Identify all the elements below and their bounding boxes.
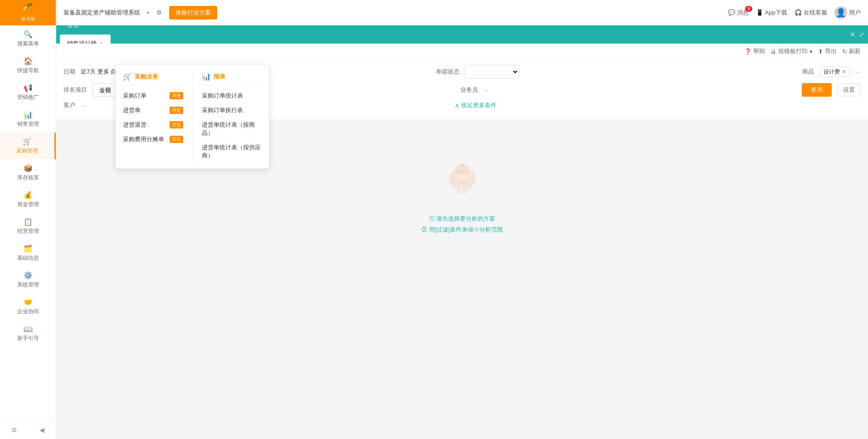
help-icon: ❓ bbox=[744, 48, 751, 55]
date-filter-label: 日期 bbox=[63, 68, 75, 76]
svg-rect-6 bbox=[449, 175, 452, 183]
svg-rect-9 bbox=[463, 188, 468, 193]
customer-more-icon[interactable]: ··· bbox=[81, 102, 86, 109]
history-badge: 历史 bbox=[170, 121, 183, 128]
purchase-col: 🛒 采购业务 采购订单 历史 进货单 历史 进货退货 历史 采购费用分摊单 历史 bbox=[116, 70, 190, 163]
purchase-menu-item[interactable]: 采购订单 历史 bbox=[119, 89, 187, 103]
message-btn[interactable]: 💬 消息 9 bbox=[728, 9, 749, 17]
empty-illustration bbox=[442, 156, 483, 206]
sidebar-item-purchase[interactable]: 🛒 采购管理 bbox=[0, 133, 56, 159]
sidebar-settings-btn[interactable]: ⚙ bbox=[11, 426, 17, 434]
report-menu-item[interactable]: 进货单统计表（按商品） bbox=[198, 118, 266, 140]
tip1-text: 请先选择要分析的方案 bbox=[436, 215, 495, 222]
sidebar-sales-label: 销售管理 bbox=[17, 120, 39, 128]
sidebar-item-ops[interactable]: 📋 经营管理 bbox=[0, 213, 56, 240]
tab-maximize-btn[interactable]: ⤢ bbox=[859, 31, 864, 38]
sidebar-marketing-label: 营销推广 bbox=[17, 94, 39, 101]
sidebar-system-label: 系统管理 bbox=[17, 281, 39, 289]
online-service-label: 在线客服 bbox=[804, 9, 827, 17]
tip1-num: ① bbox=[429, 215, 435, 222]
sidebar-item-enterprise[interactable]: 🤝 企业协同 bbox=[0, 293, 56, 320]
sidebar-sales-icon: 📊 bbox=[24, 110, 33, 119]
salesperson-label: 业务员 bbox=[460, 86, 478, 94]
purchase-col-title: 🛒 采购业务 bbox=[119, 70, 187, 86]
svg-rect-7 bbox=[472, 175, 476, 183]
message-badge: 9 bbox=[745, 6, 752, 12]
purchase-col-label: 采购业务 bbox=[135, 73, 158, 81]
sidebar-item-system[interactable]: ⚙️ 系统管理 bbox=[0, 266, 56, 293]
history-badge: 历史 bbox=[170, 92, 183, 99]
purchase-menu-item[interactable]: 采购费用分摊单 历史 bbox=[119, 132, 187, 147]
print-dropdown-icon[interactable]: ▾ bbox=[809, 48, 813, 55]
report-menu-item[interactable]: 进货单统计表（按供应商） bbox=[198, 140, 266, 163]
report-col-title: 📊 报表 bbox=[198, 70, 266, 86]
order-status-select[interactable] bbox=[465, 65, 519, 79]
sidebar-ops-icon: 📋 bbox=[24, 217, 33, 226]
sidebar-finance-icon: 💰 bbox=[24, 191, 33, 199]
history-badge: 历史 bbox=[170, 107, 183, 114]
salesperson-more-icon[interactable]: ··· bbox=[483, 87, 488, 94]
sidebar: 🍊 标准版 🔍 搜索菜单 🏠 快捷导航 📢 营销推广 📊 销售管理 🛒 采购管理… bbox=[0, 0, 56, 439]
app-download-label: App下载 bbox=[765, 9, 787, 17]
tab-home[interactable]: 首页 bbox=[60, 16, 111, 35]
sidebar-system-icon: ⚙️ bbox=[24, 271, 33, 280]
user-label: 用户 bbox=[849, 9, 861, 17]
export-btn[interactable]: ⬆ 导出 bbox=[818, 47, 837, 55]
menu-item-label: 采购订单执行表 bbox=[202, 106, 262, 114]
sidebar-collapse-btn[interactable]: ◀ bbox=[39, 426, 44, 434]
online-service-btn[interactable]: 🎧 在线客服 bbox=[795, 9, 827, 17]
sidebar-item-basic[interactable]: 🗂️ 基础信息 bbox=[0, 240, 56, 266]
user-avatar-btn[interactable]: 👤 用户 bbox=[834, 6, 861, 19]
topbar-dropdown-icon[interactable]: ▾ bbox=[146, 10, 149, 16]
content-area: ❓ 帮助 🖨 按模板打印 ▾ ⬆ 导出 ↻ 刷新 bbox=[56, 44, 868, 439]
topbar-settings-icon[interactable]: ⚙ bbox=[156, 9, 162, 16]
report-menu-item[interactable]: 采购订单执行表 bbox=[198, 103, 266, 118]
sidebar-search-icon: 🔍 bbox=[24, 30, 33, 39]
purchase-col-icon: 🛒 bbox=[123, 72, 132, 81]
headset-icon: 🎧 bbox=[795, 9, 802, 16]
history-badge: 历史 bbox=[170, 136, 183, 143]
sidebar-inventory-label: 库存核算 bbox=[17, 174, 39, 182]
goods-more-icon[interactable]: ··· bbox=[856, 69, 861, 75]
tip2-num: ② bbox=[421, 226, 427, 233]
sidebar-item-guide[interactable]: 📖 新手引导 bbox=[0, 320, 56, 347]
print-btn[interactable]: 🖨 按模板打印 ▾ bbox=[770, 47, 813, 55]
logo-icon: 🍊 bbox=[22, 3, 34, 15]
tab-close-btn[interactable]: ✕ bbox=[850, 31, 855, 38]
menu-item-label: 进货单统计表（按商品） bbox=[202, 121, 262, 137]
settings-btn[interactable]: 设置 bbox=[837, 84, 861, 96]
sidebar-item-finance[interactable]: 💰 资金管理 bbox=[0, 186, 56, 213]
sidebar-item-marketing[interactable]: 📢 营销推广 bbox=[0, 79, 56, 106]
tab-home-label: 首页 bbox=[67, 21, 79, 30]
collapse-btn[interactable]: ∧ 收起更多条件 bbox=[455, 101, 497, 109]
sidebar-item-search[interactable]: 🔍 搜索菜单 bbox=[0, 25, 56, 52]
menu-item-label: 采购订单 bbox=[123, 92, 167, 100]
purchase-menu-item[interactable]: 进货单 历史 bbox=[119, 103, 187, 118]
purchase-menu-item[interactable]: 进货退货 历史 bbox=[119, 118, 187, 132]
goods-tag-text: 设计费 bbox=[824, 68, 840, 76]
customer-label: 客户 bbox=[63, 101, 75, 109]
sidebar-item-inventory[interactable]: 📦 库存核算 bbox=[0, 159, 56, 186]
menu-item-label: 进货单统计表（按供应商） bbox=[202, 143, 262, 160]
app-download-btn[interactable]: 📱 App下载 bbox=[756, 9, 787, 17]
collapse-icon: ∧ bbox=[455, 102, 459, 109]
empty-tip-2: ② 用[过滤]条件来缩小分析范围 bbox=[421, 226, 503, 234]
main-area: 装备及固定资产辅助管理系统 ▾ ⚙ 体验行业方案 💬 消息 9 📱 App下载 … bbox=[56, 0, 868, 439]
menu-item-label: 进货退货 bbox=[123, 121, 167, 129]
order-status-label: 单据状态 bbox=[436, 68, 459, 76]
report-col-icon: 📊 bbox=[202, 72, 211, 81]
query-btn[interactable]: 查询 bbox=[802, 83, 832, 97]
report-menu-item[interactable]: 采购订单统计表 bbox=[198, 89, 266, 103]
refresh-btn[interactable]: ↻ 刷新 bbox=[842, 47, 861, 55]
svg-point-2 bbox=[460, 163, 464, 167]
message-icon: 💬 bbox=[728, 9, 735, 16]
sidebar-item-quick_nav[interactable]: 🏠 快捷导航 bbox=[0, 52, 56, 79]
sidebar-footer: ⚙ ◀ bbox=[0, 420, 56, 439]
sidebar-item-sales[interactable]: 📊 销售管理 bbox=[0, 106, 56, 133]
industry-btn[interactable]: 体验行业方案 bbox=[169, 6, 217, 20]
goods-tag-close[interactable]: ✕ bbox=[842, 69, 846, 75]
help-btn[interactable]: ❓ 帮助 bbox=[744, 47, 765, 55]
sidebar-enterprise-icon: 🤝 bbox=[24, 298, 33, 306]
menu-item-label: 采购费用分摊单 bbox=[123, 135, 167, 143]
sidebar-basic-icon: 🗂️ bbox=[24, 244, 33, 253]
